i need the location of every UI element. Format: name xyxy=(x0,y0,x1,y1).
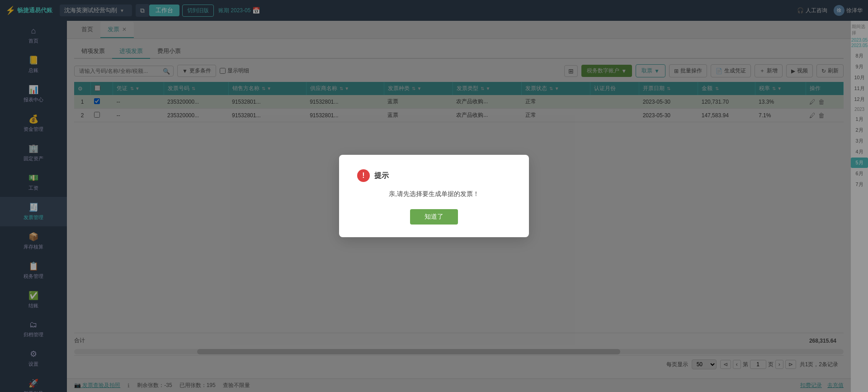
dialog-footer: 知道了 xyxy=(357,209,511,225)
dialog-title: 提示 xyxy=(374,171,389,181)
dialog-header: ! 提示 xyxy=(357,169,511,182)
confirm-button[interactable]: 知道了 xyxy=(410,209,458,225)
dialog: ! 提示 亲,请先选择要生成单据的发票！ 知道了 xyxy=(339,155,529,237)
warning-icon: ! xyxy=(357,169,370,182)
dialog-message: 亲,请先选择要生成单据的发票！ xyxy=(357,190,511,198)
dialog-overlay: ! 提示 亲,请先选择要生成单据的发票！ 知道了 xyxy=(0,0,868,392)
